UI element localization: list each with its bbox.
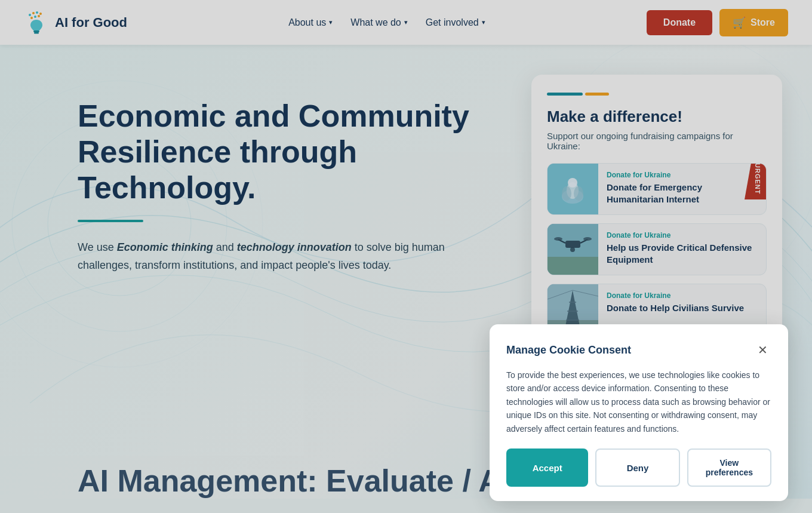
deny-button[interactable]: Deny (595, 449, 679, 487)
cookie-close-button[interactable]: ✕ (753, 341, 771, 359)
view-preferences-button[interactable]: View preferences (687, 449, 771, 487)
cookie-modal: Manage Cookie Consent ✕ To provide the b… (490, 324, 788, 499)
cookie-actions: Accept Deny View preferences (506, 449, 771, 487)
cookie-overlay: Manage Cookie Consent ✕ To provide the b… (0, 0, 812, 499)
cookie-body: To provide the best experiences, we use … (506, 368, 771, 435)
accept-button[interactable]: Accept (506, 449, 588, 487)
cookie-header: Manage Cookie Consent ✕ (506, 341, 771, 359)
cookie-title: Manage Cookie Consent (506, 344, 631, 357)
